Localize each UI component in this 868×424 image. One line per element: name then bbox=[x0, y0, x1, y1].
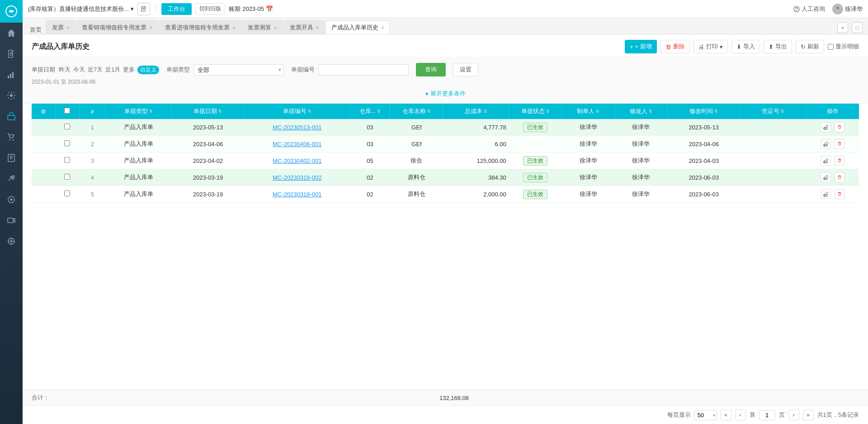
td-type: 产品入库单 bbox=[106, 186, 172, 203]
page-input[interactable] bbox=[759, 410, 775, 420]
th-type[interactable]: 单据类型⇅ bbox=[106, 104, 172, 119]
sidebar-item-settings[interactable] bbox=[0, 85, 23, 106]
th-voucher[interactable]: 凭证号⇅ bbox=[740, 104, 806, 119]
row-edit-button[interactable] bbox=[821, 156, 831, 166]
row-edit-button[interactable] bbox=[821, 139, 831, 149]
sidebar-item-purchase[interactable] bbox=[0, 127, 23, 148]
row-edit-button[interactable] bbox=[821, 172, 831, 182]
setting-button[interactable]: 设置 bbox=[453, 63, 478, 76]
export-icon: ⬆ bbox=[769, 43, 774, 50]
expand-more-filters[interactable]: ▾ 展开更多条件 bbox=[32, 90, 859, 98]
td-number[interactable]: MC-20230319-001 bbox=[244, 186, 350, 203]
sidebar-item-config[interactable] bbox=[0, 189, 23, 210]
type-filter-label: 单据类型 bbox=[166, 66, 190, 74]
tab-invoice-open[interactable]: 发票开具 × bbox=[284, 20, 325, 34]
filter-row-1: 单据日期 昨天 今天 近7天 近1月 更多 自定义 单据类型 全部 bbox=[32, 63, 859, 76]
support-button[interactable]: 人工咨询 bbox=[793, 5, 825, 13]
row-checkbox[interactable] bbox=[64, 191, 70, 196]
sidebar-item-reports[interactable] bbox=[0, 148, 23, 168]
date-range-text: 2023-01-01 至 2023-06-06 bbox=[32, 79, 95, 85]
th-warehouse-name[interactable]: 仓库名称⇅ bbox=[390, 104, 443, 119]
switch-period-button[interactable]: 切到旧版 bbox=[195, 3, 225, 14]
row-checkbox[interactable] bbox=[64, 157, 70, 163]
sidebar-item-inventory[interactable] bbox=[0, 106, 23, 127]
type-select[interactable]: 全部 产品入库单 bbox=[193, 64, 284, 76]
row-edit-button[interactable] bbox=[821, 189, 831, 199]
import-button[interactable]: ⬇ 导入 bbox=[731, 40, 760, 53]
td-actions bbox=[806, 169, 859, 186]
row-checkbox[interactable] bbox=[64, 124, 70, 129]
th-total-cost[interactable]: 总成本⇅ bbox=[443, 104, 509, 119]
tab-close-view-sales[interactable]: × bbox=[149, 25, 152, 30]
tab-close-invoice[interactable]: × bbox=[66, 25, 69, 30]
next-page-button[interactable]: › bbox=[788, 410, 799, 420]
td-number[interactable]: MC-20230402-001 bbox=[244, 152, 350, 169]
close-all-tabs-button[interactable]: × bbox=[837, 22, 848, 33]
tab-product-inbound-history[interactable]: 产成品入库单历史 × bbox=[326, 20, 390, 34]
number-filter-input[interactable] bbox=[318, 64, 409, 76]
row-delete-button[interactable] bbox=[835, 156, 844, 166]
row-delete-button[interactable] bbox=[835, 122, 844, 132]
tab-invoice[interactable]: 发票 × bbox=[46, 20, 75, 34]
row-delete-button[interactable] bbox=[835, 139, 844, 149]
document-icon[interactable] bbox=[137, 3, 150, 15]
print-button[interactable]: 🖨 打印 ▾ bbox=[693, 40, 728, 53]
tab-close-view-purchase[interactable]: × bbox=[232, 25, 235, 30]
th-creator[interactable]: 制单人⇅ bbox=[562, 104, 615, 119]
row-delete-button[interactable] bbox=[835, 172, 844, 182]
row-checkbox[interactable] bbox=[64, 140, 70, 146]
first-page-button[interactable]: « bbox=[721, 410, 731, 420]
tab-close-invoice-calc[interactable]: × bbox=[274, 25, 277, 30]
refresh-button[interactable]: ↻ 刷新 bbox=[796, 40, 824, 53]
th-modifier[interactable]: 修改人⇅ bbox=[614, 104, 667, 119]
show-detail-checkbox[interactable] bbox=[828, 44, 834, 50]
sidebar-item-version[interactable] bbox=[0, 231, 23, 252]
new-button[interactable]: + + 新增 bbox=[625, 40, 657, 53]
sidebar-item-documents[interactable] bbox=[0, 43, 23, 64]
td-checkbox bbox=[56, 152, 80, 169]
page-content: 产成品入库单历史 + + 新增 🗑 删除 🖨 打印 ▾ ⬇ 导入 bbox=[23, 34, 868, 424]
tab-close-invoice-open[interactable]: × bbox=[316, 25, 319, 30]
date-today[interactable]: 今天 bbox=[73, 66, 85, 74]
company-selector[interactable]: (库存核算）直播轻捷通信息技术股份... ▾ bbox=[28, 5, 134, 13]
date-1month[interactable]: 近1月 bbox=[105, 66, 120, 74]
td-date: 2023-03-19 bbox=[172, 169, 245, 186]
row-edit-button[interactable] bbox=[821, 122, 831, 132]
tab-view-sales-special[interactable]: 查看销项增值税专用发票 × bbox=[76, 20, 158, 34]
sidebar-item-analytics[interactable] bbox=[0, 64, 23, 85]
tab-close-product-inbound[interactable]: × bbox=[381, 25, 384, 30]
th-modify-time[interactable]: 修改时间⇅ bbox=[667, 104, 740, 119]
sidebar-item-home[interactable] bbox=[0, 23, 23, 43]
th-number[interactable]: 单据编号⇅ bbox=[244, 104, 350, 119]
row-delete-button[interactable] bbox=[835, 189, 844, 199]
prev-page-button[interactable]: ‹ bbox=[735, 410, 746, 420]
per-page-select[interactable]: 20 50 100 bbox=[694, 410, 717, 420]
sidebar-item-tools[interactable] bbox=[0, 168, 23, 189]
tab-home[interactable]: 首页 bbox=[26, 26, 45, 34]
row-checkbox[interactable] bbox=[64, 174, 70, 180]
tab-invoice-calc[interactable]: 发票测算 × bbox=[242, 20, 283, 34]
th-status[interactable]: 单据状态⇅ bbox=[509, 104, 562, 119]
delete-button[interactable]: 🗑 删除 bbox=[660, 40, 690, 53]
maximize-button[interactable]: □ bbox=[852, 22, 863, 33]
th-settings[interactable]: ⚙ bbox=[32, 104, 56, 119]
show-detail-checkbox-label[interactable]: 显示明细 bbox=[828, 43, 859, 51]
sidebar-item-video[interactable] bbox=[0, 210, 23, 231]
th-warehouse-code[interactable]: 仓库...⇅ bbox=[350, 104, 390, 119]
workbench-button[interactable]: 工作台 bbox=[161, 3, 192, 15]
td-number[interactable]: MC-20230513-001 bbox=[244, 119, 350, 136]
query-button[interactable]: 查询 bbox=[416, 63, 446, 76]
date-7days[interactable]: 近7天 bbox=[88, 66, 103, 74]
export-button[interactable]: ⬆ 导出 bbox=[764, 40, 792, 53]
td-number[interactable]: MC-20230319-002 bbox=[244, 169, 350, 186]
tab-view-purchase-special[interactable]: 查看进项增值税专用发票 × bbox=[159, 20, 241, 34]
td-number[interactable]: MC-20230406-001 bbox=[244, 136, 350, 152]
select-all-checkbox[interactable] bbox=[64, 108, 70, 114]
last-page-button[interactable]: » bbox=[803, 410, 814, 420]
th-date[interactable]: 单据日期⇅ bbox=[172, 104, 245, 119]
date-custom-tag[interactable]: 自定义 bbox=[137, 66, 159, 74]
date-yesterday[interactable]: 昨天 bbox=[59, 66, 71, 74]
user-menu[interactable]: 徐泽华 bbox=[832, 4, 863, 14]
period-calendar-icon[interactable]: 📅 bbox=[266, 5, 273, 12]
date-more[interactable]: 更多 bbox=[123, 66, 135, 74]
